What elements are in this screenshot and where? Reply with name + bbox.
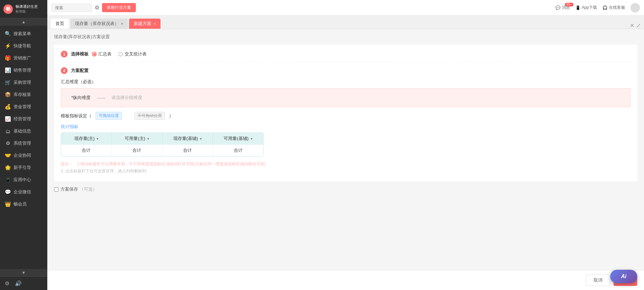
sidebar-item-member[interactable]: 👑 畅会员	[0, 198, 47, 210]
step1-number: 1	[61, 51, 68, 57]
sidebar-item-wechat[interactable]: 💬 企业微信	[0, 186, 47, 198]
volume-icon[interactable]: 🔊	[15, 280, 22, 287]
sidebar-item-app-center[interactable]: 📱 应用中心	[0, 174, 47, 186]
logo-text: 畅康通好生意 标准版	[16, 4, 38, 14]
cancel-button[interactable]: 取消	[586, 274, 610, 286]
tab-home-label: 首页	[55, 21, 64, 27]
stats-table: 现存量(主) ▾ 可用量(主) ▾ 现存量(基辅) ▾ 可用量(基辅)	[61, 132, 264, 156]
sidebar-item-guide[interactable]: 🌟 新手引导	[0, 162, 47, 174]
content-area: 现存量(库存状况表)方案设置 1 选择模板 汇总表 交叉统计表	[47, 29, 644, 270]
sidebar-item-sales[interactable]: 📊 销售管理	[0, 64, 47, 76]
enterprise-icon: 🤝	[5, 152, 11, 159]
tab-expand-icon[interactable]: ⤢	[636, 22, 641, 29]
sidebar-item-label: 应用中心	[14, 177, 31, 183]
draggable-badge: 可拖动位置	[96, 112, 122, 120]
message-icon: 💬	[555, 5, 561, 10]
customer-service-button[interactable]: 🎧 在线客服	[602, 5, 625, 10]
step1-title: 选择模板	[71, 51, 89, 57]
message-badge: 99+	[565, 3, 573, 6]
tab-inventory[interactable]: 现存量（库存状况表） ×	[70, 19, 128, 29]
operations-icon: 📈	[5, 116, 11, 122]
sidebar-item-label: 营销推广	[14, 55, 31, 61]
guide-icon: 🌟	[5, 165, 11, 171]
sidebar-item-operations[interactable]: 📈 经营管理	[0, 113, 47, 125]
col-header-0[interactable]: 现存量(主) ▾	[61, 133, 112, 144]
customer-service-label: 在线客服	[609, 5, 625, 10]
message-button[interactable]: 💬 消息 99+	[555, 5, 570, 10]
sidebar-item-label: 新手引导	[14, 165, 31, 171]
save-plan-row: 方案保存 （可选）	[54, 186, 637, 192]
col-header-1[interactable]: 可用量(主) ▾	[112, 133, 163, 144]
chevron-down-icon-0: ▾	[97, 137, 98, 141]
radio-summary-circle	[92, 52, 97, 56]
sidebar-footer: ⚙ 🔊	[0, 276, 47, 290]
radio-cross-circle	[118, 52, 123, 56]
sidebar-item-quick-nav[interactable]: ⚡ 快捷导航	[0, 40, 47, 52]
sidebar-item-label: 经营管理	[14, 116, 31, 122]
sidebar-item-label: 销售管理	[14, 67, 31, 73]
sidebar-item-label: 基础信息	[14, 128, 31, 134]
chevron-down-icon-2: ▾	[200, 137, 202, 141]
sales-icon: 📊	[5, 67, 11, 73]
indicator-setting-label: 模板指标设定（	[61, 113, 92, 119]
radio-cross-label: 交叉统计表	[125, 51, 147, 57]
settings-footer-icon[interactable]: ⚙	[5, 280, 9, 287]
topbar: ⚙ 体验行业方案 💬 消息 99+ 📱 App下载 🎧 在线客服	[47, 0, 644, 16]
col-header-2[interactable]: 现存量(基辅) ▾	[163, 133, 213, 144]
stats-header-row: 现存量(主) ▾ 可用量(主) ▾ 现存量(基辅) ▾ 可用量(基辅)	[61, 133, 263, 144]
sidebar-item-purchase[interactable]: 🛒 采购管理	[0, 76, 47, 89]
sidebar-item-finance[interactable]: 💰 资金管理	[0, 101, 47, 113]
tip-2: 2. 点击标题栏下拉可设置排序、插入列和删除列	[61, 168, 630, 174]
avatar[interactable]	[630, 3, 640, 13]
sidebar-item-enterprise[interactable]: 🤝 企业协同	[0, 149, 47, 162]
step1-header: 1 选择模板 汇总表 交叉统计表	[61, 51, 630, 57]
tab-inventory-label: 现存量（库存状况表）	[75, 21, 119, 27]
tab-new-plan-close[interactable]: ×	[153, 22, 155, 26]
topbar-settings-icon[interactable]: ⚙	[95, 4, 99, 11]
save-plan-checkbox[interactable]	[54, 187, 58, 192]
inventory-icon: 📦	[5, 92, 11, 98]
stats-title: 统计指标	[61, 124, 630, 130]
tip-1: 提示： 1.拖动标题栏可以调整布局，不可跨维度或指标区域拖动栏目字段(只能在同一…	[61, 161, 630, 167]
sidebar: 畅 畅康通好生意 标准版 ▲ 🔍 搜索菜单 ⚡ 快捷导航 🎁 营销推广 📊 销售…	[0, 0, 47, 290]
industry-plan-button[interactable]: 体验行业方案	[102, 3, 136, 12]
sidebar-item-basic[interactable]: 🗂 基础信息	[0, 125, 47, 137]
indicator-setting: 模板指标设定（ 可拖动位置 不可拖动位置 ）	[61, 112, 630, 120]
tab-home[interactable]: 首页	[51, 19, 69, 29]
sidebar-scroll-up[interactable]: ▲	[0, 18, 47, 26]
chevron-down-icon-1: ▾	[147, 137, 149, 141]
member-icon: 👑	[5, 201, 11, 207]
app-download-icon: 📱	[575, 5, 580, 10]
search-icon: 🔍	[5, 31, 11, 37]
finance-icon: 💰	[5, 104, 11, 110]
basic-icon: 🗂	[5, 128, 11, 134]
main-area: ⚙ 体验行业方案 💬 消息 99+ 📱 App下载 🎧 在线客服 首页	[47, 0, 644, 290]
topbar-right: 💬 消息 99+ 📱 App下载 🎧 在线客服	[555, 3, 640, 13]
save-plan-label: 方案保存 （可选）	[60, 186, 97, 192]
non-draggable-badge: 不可拖动位置	[134, 112, 165, 120]
radio-cross[interactable]: 交叉统计表	[118, 51, 147, 57]
radio-summary[interactable]: 汇总表	[92, 51, 112, 57]
sidebar-item-inventory[interactable]: 📦 库存核算	[0, 89, 47, 101]
ai-bubble[interactable]: Ai	[610, 270, 637, 283]
page-title: 现存量(库存状况表)方案设置	[54, 34, 637, 40]
col-data-2: 合计	[163, 144, 213, 156]
sidebar-item-label: 系统管理	[14, 140, 31, 146]
tab-close-icon[interactable]: ✕	[630, 22, 634, 29]
app-download-label: App下载	[582, 5, 597, 10]
vertical-dimension-box[interactable]: *纵向维度 —— 请选择分组维度	[61, 88, 630, 107]
tab-inventory-close[interactable]: ×	[121, 22, 123, 26]
sidebar-item-system[interactable]: ⚙ 系统管理	[0, 137, 47, 149]
app-download-button[interactable]: 📱 App下载	[575, 5, 597, 10]
stats-section: 统计指标 现存量(主) ▾ 可用量(主) ▾ 现存量(基辅)	[61, 124, 630, 156]
step2-title: 方案配置	[71, 68, 89, 74]
sidebar-scroll-down[interactable]: ▼	[0, 269, 47, 276]
footer-bar: 取消 查询	[47, 270, 644, 290]
tips-section: 提示： 1.拖动标题栏可以调整布局，不可跨维度或指标区域拖动栏目字段(只能在同一…	[61, 161, 630, 174]
tab-new-plan[interactable]: 新建方案 ×	[129, 19, 160, 29]
search-input[interactable]	[51, 4, 92, 12]
col-header-3[interactable]: 可用量(基辅) ▾	[213, 133, 263, 144]
sidebar-item-marketing[interactable]: 🎁 营销推广	[0, 52, 47, 64]
sidebar-item-search[interactable]: 🔍 搜索菜单	[0, 28, 47, 40]
chevron-down-icon-3: ▾	[251, 137, 252, 141]
